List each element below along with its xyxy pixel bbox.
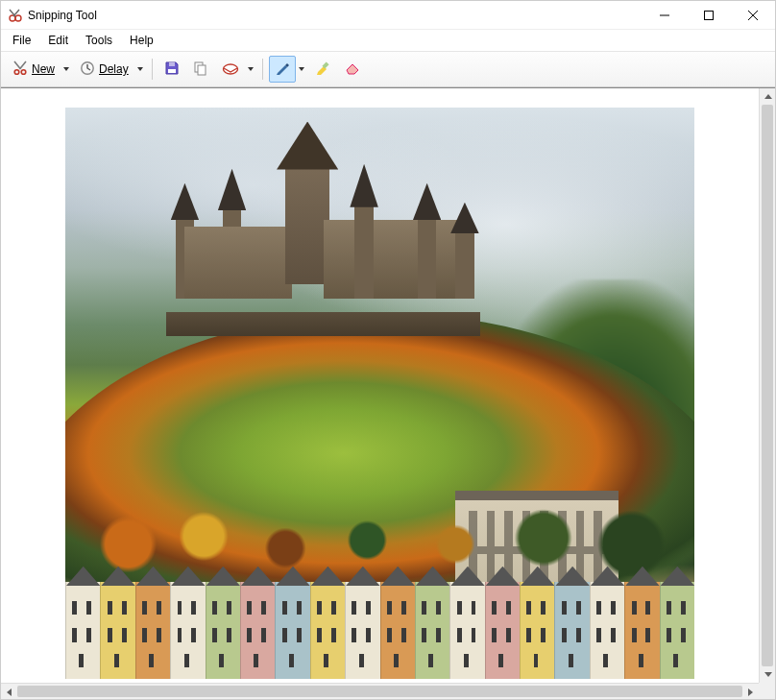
- menu-tools[interactable]: Tools: [78, 32, 120, 49]
- svg-rect-9: [198, 65, 206, 75]
- eraser-icon: [344, 60, 361, 79]
- scroll-down-button[interactable]: [760, 666, 775, 683]
- send-snip-dropdown[interactable]: [245, 58, 256, 81]
- minimize-button[interactable]: [643, 1, 687, 29]
- scroll-corner: [759, 683, 775, 699]
- mail-icon: [222, 60, 239, 79]
- scroll-left-button[interactable]: [1, 684, 17, 699]
- send-snip-button[interactable]: [216, 56, 245, 83]
- pen-icon: [275, 60, 290, 79]
- floppy-icon: [164, 60, 180, 79]
- toolbar: New Delay: [1, 51, 775, 87]
- pen-dropdown[interactable]: [296, 58, 307, 81]
- menu-help[interactable]: Help: [122, 32, 161, 49]
- menu-file[interactable]: File: [5, 32, 38, 49]
- svg-rect-2: [705, 11, 714, 19]
- titlebar: Snipping Tool: [1, 1, 775, 30]
- menubar: File Edit Tools Help: [1, 30, 775, 51]
- pen-button[interactable]: [269, 56, 296, 83]
- delay-button[interactable]: Delay: [74, 56, 134, 83]
- toolbar-separator: [262, 59, 263, 80]
- captured-image: [65, 108, 694, 679]
- svg-point-3: [14, 69, 19, 74]
- highlighter-button[interactable]: [309, 56, 336, 83]
- vertical-scrollbar[interactable]: [759, 88, 775, 683]
- close-button[interactable]: [731, 1, 775, 29]
- highlighter-icon: [315, 60, 330, 79]
- window-controls: [643, 1, 775, 29]
- copy-button[interactable]: [187, 56, 214, 83]
- content-area: [1, 87, 775, 699]
- clock-icon: [80, 60, 95, 79]
- new-snip-dropdown[interactable]: [61, 58, 72, 81]
- app-icon: [7, 8, 22, 23]
- scroll-up-button[interactable]: [760, 88, 775, 105]
- svg-point-4: [21, 69, 26, 74]
- scissors-icon: [12, 60, 28, 79]
- maximize-button[interactable]: [687, 1, 731, 29]
- window-title: Snipping Tool: [28, 9, 643, 22]
- scroll-right-button[interactable]: [742, 684, 759, 699]
- menu-edit[interactable]: Edit: [40, 32, 76, 49]
- hscroll-track[interactable]: [17, 684, 742, 699]
- svg-rect-6: [168, 69, 176, 73]
- toolbar-separator: [152, 59, 153, 80]
- vscroll-thumb[interactable]: [762, 105, 773, 666]
- hscroll-thumb[interactable]: [17, 686, 742, 697]
- snip-canvas[interactable]: [1, 88, 759, 683]
- svg-rect-7: [169, 62, 175, 66]
- delay-label: Delay: [99, 62, 129, 76]
- copy-icon: [193, 60, 208, 79]
- save-button[interactable]: [158, 56, 185, 83]
- vscroll-track[interactable]: [760, 105, 775, 666]
- delay-dropdown[interactable]: [134, 58, 146, 81]
- new-snip-button[interactable]: New: [7, 56, 61, 83]
- svg-point-1: [15, 15, 21, 21]
- eraser-button[interactable]: [338, 56, 367, 83]
- new-snip-label: New: [32, 62, 55, 76]
- horizontal-scrollbar[interactable]: [1, 683, 759, 699]
